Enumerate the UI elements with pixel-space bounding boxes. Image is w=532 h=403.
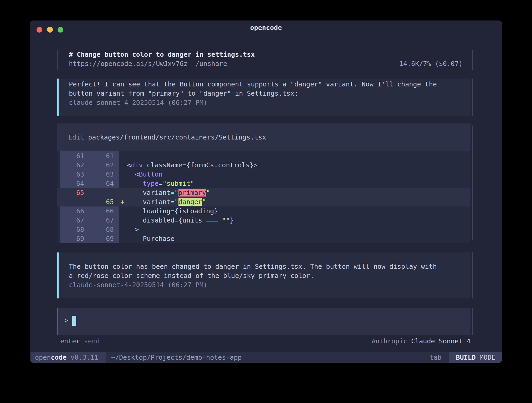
share-url-link[interactable]: https://opencode.ai/s/UwJxv76z — [69, 59, 188, 68]
message-line: The button color has been changed to dan… — [69, 262, 470, 271]
old-line-number: 66 — [60, 206, 89, 216]
desktop-background: opencode # Change button color to danger… — [0, 0, 532, 403]
old-line-number — [60, 197, 89, 206]
code-line: variant="danger" — [119, 197, 206, 206]
code-line: <Button — [119, 170, 163, 179]
diff-sign: + — [120, 197, 128, 206]
old-line-number: 67 — [60, 216, 89, 225]
window-title: opencode — [30, 24, 502, 32]
model-indicator[interactable]: AnthropicClaude Sonnet 4 — [372, 337, 470, 346]
mode-label-bold: BUILD — [456, 354, 475, 361]
diff-row: 6464 type="submit" — [57, 179, 470, 188]
old-line-number: 61 — [60, 151, 89, 161]
diff-row: 6666 loading={isLoading} — [57, 206, 470, 216]
model-timestamp: claude-sonnet-4-20250514 (06:27 PM) — [69, 98, 470, 107]
code-line: Purchase — [119, 234, 175, 243]
old-line-number: 64 — [60, 179, 89, 188]
old-line-number: 69 — [60, 234, 89, 243]
code-line: <div className={formCs.controls}> — [119, 161, 258, 170]
text-cursor — [72, 316, 76, 326]
diff-row: 6363 <Button — [57, 170, 470, 179]
old-line-number: 68 — [60, 225, 89, 234]
app-version-segment: opencode v0.3.11 — [31, 352, 106, 363]
diff-row: 65- variant="primary" — [57, 188, 470, 197]
assistant-message-text: Perfect! I can see that the Button compo… — [69, 80, 470, 98]
enter-key-hint: enter — [60, 337, 80, 346]
app-name-normal: open — [35, 354, 51, 361]
model-timestamp: claude-sonnet-4-20250514 (06:27 PM) — [69, 280, 470, 290]
diff-row: 6969 Purchase — [57, 234, 470, 243]
tab-key-hint[interactable]: tab — [429, 352, 441, 363]
message-line: button variant from "primary" to "danger… — [69, 89, 470, 98]
edit-tool-header: Edit packages/frontend/src/containers/Se… — [57, 123, 470, 151]
prompt-input[interactable]: > — [57, 308, 470, 335]
diff-scrollbar[interactable] — [472, 126, 473, 240]
new-line-number: 64 — [89, 179, 119, 188]
input-hints-row: enter send AnthropicClaude Sonnet 4 — [57, 337, 470, 346]
code-line: > — [119, 225, 139, 234]
tool-action-label: Edit — [68, 133, 88, 141]
old-line-number: 65 — [60, 188, 89, 197]
model-name: Claude Sonnet 4 — [411, 337, 470, 345]
diff-row: 6767 disabled={units === ""} — [57, 216, 470, 225]
old-line-number: 62 — [60, 161, 89, 170]
new-line-number: 69 — [89, 234, 119, 243]
opencode-window: opencode # Change button color to danger… — [30, 20, 502, 363]
diff-rows: 61616262 <div className={formCs.controls… — [57, 151, 470, 243]
code-line: loading={isLoading} — [119, 206, 218, 216]
send-action-hint: send — [84, 337, 100, 346]
message-line: a red/rose color scheme instead of the b… — [69, 271, 470, 280]
new-line-number: 65 — [89, 197, 119, 206]
assistant-message-1: Perfect! I can see that the Button compo… — [57, 79, 470, 116]
diff-row: 6262 <div className={formCs.controls}> — [57, 161, 470, 170]
new-line-number: 68 — [89, 225, 119, 234]
diff-row: 6161 — [57, 151, 470, 161]
diff-sign: - — [120, 188, 128, 197]
status-bar: opencode v0.3.11 ~/Desktop/Projects/demo… — [30, 352, 502, 363]
new-line-number: 61 — [89, 151, 119, 161]
working-directory: ~/Desktop/Projects/demo-notes-app — [111, 352, 242, 363]
new-line-number: 66 — [89, 206, 119, 216]
model-provider: Anthropic — [372, 337, 407, 345]
prompt-chevron: > — [64, 317, 68, 324]
session-title: # Change button color to danger in setti… — [69, 50, 470, 59]
old-line-number: 63 — [60, 170, 89, 179]
new-line-number: 67 — [89, 216, 119, 225]
unshare-command[interactable]: /unshare — [196, 59, 227, 68]
diff-row: 6868 > — [57, 225, 470, 234]
code-line: type="submit" — [119, 179, 194, 188]
app-version — [66, 354, 70, 361]
code-line: disabled={units === ""} — [119, 216, 234, 225]
message1-right-border — [472, 79, 473, 116]
app-name-bold: code — [51, 354, 66, 361]
mode-label-rest: MODE — [476, 354, 495, 361]
new-line-number — [89, 188, 119, 197]
assistant-message-text: The button color has been changed to dan… — [69, 262, 470, 280]
new-line-number: 63 — [89, 170, 119, 179]
new-line-number: 62 — [89, 161, 119, 170]
input-right-border — [472, 308, 473, 335]
message2-right-border — [472, 252, 473, 298]
diff-row: 65+ variant="danger" — [57, 197, 470, 206]
window-titlebar: opencode — [30, 20, 502, 39]
app-version-number: v0.3.11 — [71, 354, 98, 361]
header-right-border — [472, 50, 473, 70]
build-mode-toggle[interactable]: BUILD MODE — [449, 352, 502, 363]
assistant-message-2: The button color has been changed to dan… — [57, 252, 470, 298]
session-header: # Change button color to danger in setti… — [57, 50, 470, 70]
code-line: variant="primary" — [119, 188, 210, 197]
edited-file-path: packages/frontend/src/containers/Setting… — [88, 133, 266, 141]
edit-tool-block: Edit packages/frontend/src/containers/Se… — [57, 123, 470, 243]
token-usage-cost: 14.6K/7% ($0.07) — [399, 59, 463, 68]
message-line: Perfect! I can see that the Button compo… — [69, 80, 470, 89]
